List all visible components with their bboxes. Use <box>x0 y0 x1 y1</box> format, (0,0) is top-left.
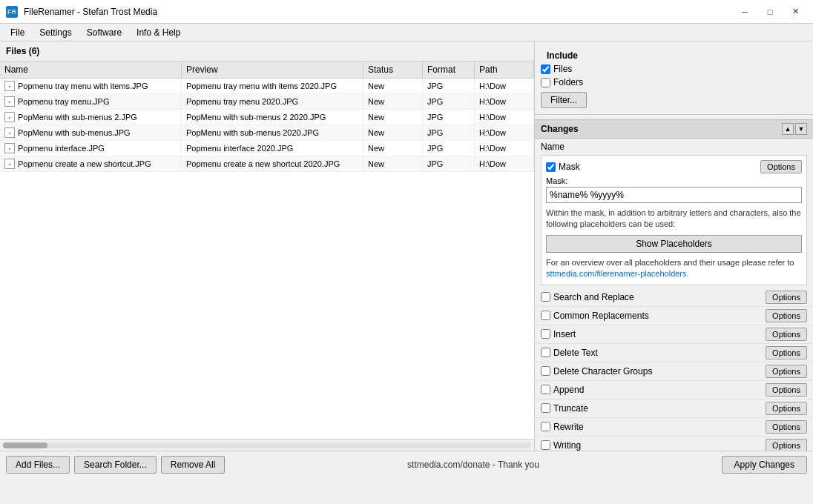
cell-format: JPG <box>423 156 475 171</box>
menu-settings[interactable]: Settings <box>32 26 79 39</box>
placeholder-note: For an overview over all placeholders an… <box>546 257 802 280</box>
option-btn-8[interactable]: Options <box>766 439 807 451</box>
option-label-6[interactable]: Truncate <box>553 403 763 414</box>
collapse-controls: ▲ ▼ <box>782 123 807 135</box>
col-path: Path <box>475 62 534 78</box>
divider-include-changes <box>535 114 813 115</box>
table-row[interactable]: ▪ PopMenu with sub-menus.JPG PopMenu wit… <box>0 125 534 141</box>
mask-input[interactable] <box>546 187 802 203</box>
option-label-7[interactable]: Rewrite <box>553 422 763 432</box>
option-btn-6[interactable]: Options <box>766 402 807 415</box>
option-checkbox-2[interactable] <box>541 329 550 339</box>
option-label-2[interactable]: Insert <box>553 329 763 339</box>
option-btn-1[interactable]: Options <box>766 309 807 322</box>
title-text: FileRenamer - Stefan Trost Media <box>24 7 727 17</box>
option-btn-2[interactable]: Options <box>766 328 807 341</box>
option-btn-7[interactable]: Options <box>766 420 807 434</box>
option-btn-3[interactable]: Options <box>766 346 807 359</box>
option-checkbox-7[interactable] <box>541 422 550 431</box>
files-label[interactable]: Files <box>553 64 572 74</box>
left-panel: Files (6) Name Preview Status Format Pat… <box>0 42 535 451</box>
cell-status: New <box>363 110 423 125</box>
horizontal-scrollbar[interactable] <box>0 439 534 451</box>
file-icon: ▪ <box>4 81 15 91</box>
mask-options-button[interactable]: Options <box>760 160 802 173</box>
option-checkbox-6[interactable] <box>541 403 550 413</box>
search-folder-button[interactable]: Search Folder... <box>74 456 157 474</box>
cell-preview: PopMenu with sub-menus 2020.JPG <box>182 125 363 140</box>
table-row[interactable]: ▪ PopMenu with sub-menus 2.JPG PopMenu w… <box>0 110 534 125</box>
show-placeholders-button[interactable]: Show Placeholders <box>546 235 802 253</box>
scroll-down-button[interactable]: ▼ <box>795 123 807 135</box>
folders-checkbox[interactable] <box>541 78 550 87</box>
options-list: Search and Replace Options Common Replac… <box>535 288 813 451</box>
option-label-1[interactable]: Common Replacements <box>553 311 763 321</box>
cell-preview: Popmenu interface 2020.JPG <box>182 141 363 156</box>
placeholder-note-suffix: . <box>687 269 689 278</box>
option-row-8: Writing Options <box>535 436 813 451</box>
col-format: Format <box>423 62 475 78</box>
option-checkbox-3[interactable] <box>541 348 550 357</box>
option-label-4[interactable]: Delete Character Groups <box>553 366 763 377</box>
remove-all-button[interactable]: Remove All <box>161 456 226 474</box>
files-checkbox[interactable] <box>541 64 550 74</box>
placeholder-link[interactable]: sttmedia.com/filerenamer-placeholders <box>546 269 687 278</box>
changes-header: Changes ▲ ▼ <box>535 119 813 139</box>
option-checkbox-8[interactable] <box>541 440 550 450</box>
option-checkbox-1[interactable] <box>541 311 550 320</box>
folders-label[interactable]: Folders <box>553 77 583 87</box>
name-row: Name <box>535 139 813 155</box>
option-label-5[interactable]: Append <box>553 385 763 395</box>
apply-changes-button[interactable]: Apply Changes <box>722 456 807 474</box>
table-row[interactable]: ▪ Popmenu tray menu with items.JPG Popme… <box>0 79 534 94</box>
cell-path: H:\Dow <box>475 156 534 171</box>
scroll-up-button[interactable]: ▲ <box>782 123 794 135</box>
file-icon: ▪ <box>4 159 15 169</box>
mask-checkbox-row: Mask Options <box>546 160 802 173</box>
cell-preview: PopMenu with sub-menus 2 2020.JPG <box>182 110 363 125</box>
menu-file[interactable]: File <box>3 26 32 39</box>
option-checkbox-4[interactable] <box>541 366 550 376</box>
option-label-0[interactable]: Search and Replace <box>553 292 763 302</box>
mask-checkbox[interactable] <box>546 162 556 172</box>
changes-title: Changes <box>541 124 782 134</box>
option-label-3[interactable]: Delete Text <box>553 348 763 358</box>
filter-button[interactable]: Filter... <box>541 92 587 108</box>
cell-status: New <box>363 94 423 109</box>
include-section: Include Files Folders Filter... <box>535 42 813 113</box>
option-checkbox-0[interactable] <box>541 292 550 302</box>
menu-info-help[interactable]: Info & Help <box>129 26 188 39</box>
bottom-bar: Add Files... Search Folder... Remove All… <box>0 451 813 477</box>
cell-name: ▪ PopMenu with sub-menus.JPG <box>0 125 182 140</box>
cell-status: New <box>363 125 423 140</box>
option-checkbox-5[interactable] <box>541 385 550 394</box>
menu-software[interactable]: Software <box>79 26 129 39</box>
cell-status: New <box>363 156 423 171</box>
option-label-8[interactable]: Writing <box>553 440 763 451</box>
cell-format: JPG <box>423 110 475 125</box>
option-btn-0[interactable]: Options <box>766 291 807 304</box>
option-btn-4[interactable]: Options <box>766 365 807 378</box>
cell-status: New <box>363 141 423 156</box>
mask-label[interactable]: Mask <box>559 162 580 172</box>
scrollbar-thumb[interactable] <box>3 442 47 448</box>
option-btn-5[interactable]: Options <box>766 383 807 397</box>
option-row-4: Delete Character Groups Options <box>535 362 813 380</box>
cell-format: JPG <box>423 79 475 93</box>
table-body: ▪ Popmenu tray menu with items.JPG Popme… <box>0 79 534 439</box>
maximize-button[interactable]: □ <box>758 4 782 19</box>
cell-status: New <box>363 79 423 93</box>
cell-format: JPG <box>423 141 475 156</box>
cell-preview: Popmenu tray menu with items 2020.JPG <box>182 79 363 93</box>
option-row-5: Append Options <box>535 380 813 399</box>
table-row[interactable]: ▪ Popmenu tray menu.JPG Popmenu tray men… <box>0 94 534 110</box>
col-name: Name <box>0 62 182 78</box>
cell-name: ▪ Popmenu tray menu.JPG <box>0 94 182 109</box>
donate-text: sttmedia.com/donate - Thank you <box>229 460 717 470</box>
close-button[interactable]: ✕ <box>783 4 807 19</box>
table-row[interactable]: ▪ Popmenu interface.JPG Popmenu interfac… <box>0 141 534 156</box>
table-row[interactable]: ▪ Popmenu create a new shortcut.JPG Popm… <box>0 156 534 172</box>
app-icon: FR <box>6 6 18 18</box>
minimize-button[interactable]: ─ <box>733 4 757 19</box>
add-files-button[interactable]: Add Files... <box>6 456 70 474</box>
